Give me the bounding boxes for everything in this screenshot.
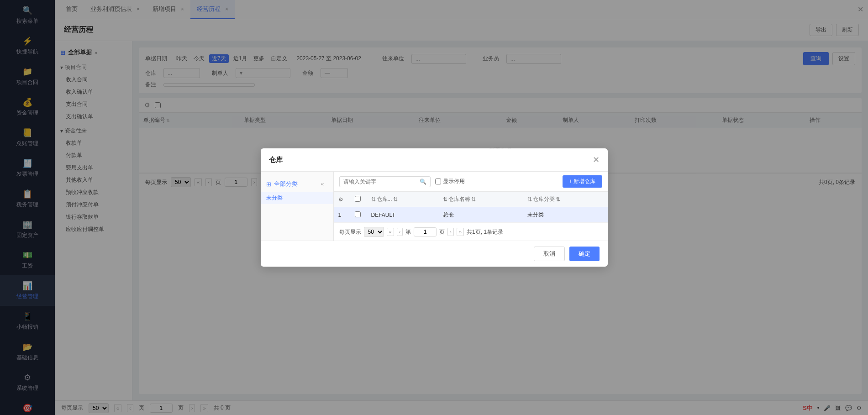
modal-th-code: ⇅ 仓库... ⇅	[367, 192, 438, 207]
modal-header: 仓库 ✕	[261, 148, 608, 172]
modal-table: ⚙ ⇅ 仓库... ⇅	[334, 192, 608, 223]
modal-all-categories-label: 全部分类	[274, 180, 298, 188]
modal-th-category: ⇅ 仓库分类 ⇅	[523, 192, 607, 207]
modal-close-button[interactable]: ✕	[593, 155, 600, 165]
show-disabled-checkbox[interactable]	[435, 179, 441, 184]
modal-search-input[interactable]	[343, 179, 417, 185]
grid-icon-modal: ⊞	[266, 181, 271, 188]
modal-table-container: ⚙ ⇅ 仓库... ⇅	[334, 192, 608, 223]
modal-pagination: 每页显示 50 « ‹ 第 页 › » 共1页, 1条记录	[334, 223, 608, 241]
modal-row-num: 1	[334, 207, 350, 223]
show-disabled-label[interactable]: 显示停用	[435, 178, 465, 185]
modal-sidebar-collapse-btn[interactable]: «	[317, 179, 328, 189]
modal-row-check[interactable]	[350, 207, 367, 223]
show-disabled-text: 显示停用	[443, 178, 465, 185]
sort-icon-name: ⇅	[443, 196, 447, 203]
add-warehouse-button[interactable]: + 新增仓库	[563, 175, 602, 188]
modal-next-btn[interactable]: ›	[447, 228, 454, 236]
modal-toolbar: 🔍 显示停用 + 新增仓库	[334, 172, 608, 192]
modal-per-page-label: 每页显示	[339, 228, 361, 236]
confirm-button[interactable]: 确定	[569, 247, 600, 261]
modal-overlay[interactable]: 仓库 ✕ ⊞ 全部分类 « 未分类	[0, 0, 868, 415]
modal-th-gear: ⚙	[334, 192, 350, 207]
modal-select-all[interactable]	[355, 196, 361, 202]
modal-table-row[interactable]: 1 DEFAULT 总仓 未分类	[334, 207, 608, 223]
modal-title: 仓库	[269, 156, 283, 164]
sort-icon-code2: ⇅	[393, 196, 398, 203]
modal-page-suffix: 页	[439, 228, 445, 236]
warehouse-modal: 仓库 ✕ ⊞ 全部分类 « 未分类	[261, 148, 608, 267]
modal-category-unclassified[interactable]: 未分类	[261, 192, 333, 204]
modal-page-label: 第	[405, 228, 411, 236]
modal-row-checkbox[interactable]	[355, 211, 361, 217]
sort-icon-name2: ⇅	[471, 196, 476, 203]
modal-per-page-select[interactable]: 50	[364, 227, 384, 237]
modal-main: 🔍 显示停用 + 新增仓库 ⚙	[334, 172, 608, 241]
modal-prev-btn[interactable]: ‹	[397, 228, 403, 236]
modal-search-icon: 🔍	[420, 179, 426, 185]
modal-row-category: 未分类	[523, 207, 607, 223]
modal-total-info: 共1页, 1条记录	[467, 228, 503, 236]
modal-body: ⊞ 全部分类 « 未分类 🔍	[261, 172, 608, 241]
sort-icon-cat2: ⇅	[556, 196, 560, 203]
modal-sidebar-header[interactable]: ⊞ 全部分类 «	[261, 176, 333, 192]
sort-icon-code: ⇅	[371, 196, 376, 203]
modal-th-name: ⇅ 仓库名称 ⇅	[438, 192, 523, 207]
modal-last-btn[interactable]: »	[457, 228, 464, 236]
modal-row-code: DEFAULT	[367, 207, 438, 223]
gear-col-icon: ⚙	[338, 196, 343, 203]
modal-sidebar: ⊞ 全部分类 « 未分类	[261, 172, 334, 241]
modal-row-name: 总仓	[438, 207, 523, 223]
modal-page-input[interactable]	[414, 227, 437, 236]
sort-icon-cat: ⇅	[527, 196, 532, 203]
modal-search-field[interactable]: 🔍	[339, 176, 431, 187]
modal-footer: 取消 确定	[261, 241, 608, 267]
modal-first-btn[interactable]: «	[387, 228, 394, 236]
cancel-button[interactable]: 取消	[534, 247, 565, 261]
modal-th-check	[350, 192, 367, 207]
